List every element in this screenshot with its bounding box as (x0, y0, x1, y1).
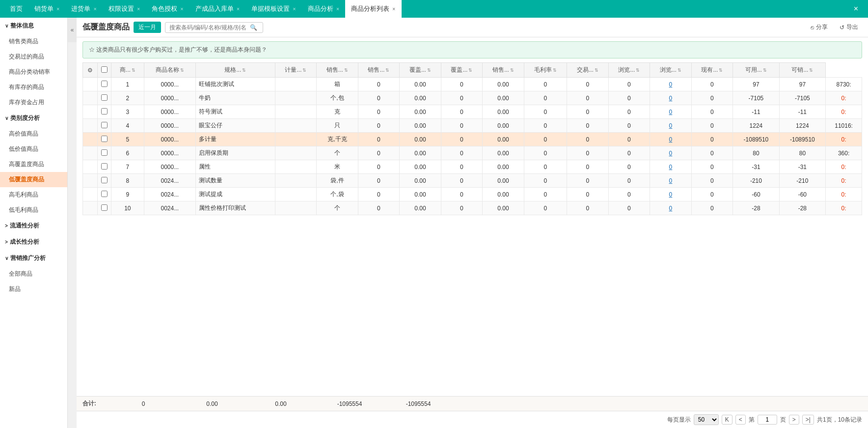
td-browse1[interactable]: 0 (650, 91, 692, 105)
browse-link[interactable]: 0 (669, 136, 673, 143)
row-checkbox[interactable] (101, 204, 108, 211)
td-browse1[interactable]: 0 (650, 160, 692, 174)
current-page-input[interactable] (758, 415, 777, 425)
sort-icon[interactable]: ⇅ (636, 68, 640, 73)
sidebar-item-high-coverage[interactable]: 高覆盖度商品 (0, 157, 67, 172)
close-icon[interactable]: × (93, 6, 96, 12)
td-browse1[interactable]: 0 (650, 119, 692, 133)
sort-icon[interactable]: ⇅ (344, 68, 348, 73)
td-checkbox[interactable] (98, 160, 111, 174)
td-browse1[interactable]: 0 (650, 105, 692, 119)
sidebar-section-overall[interactable]: ∨ 整体信息 (0, 18, 67, 34)
row-checkbox[interactable] (101, 136, 108, 142)
sidebar-item-all-goods[interactable]: 全部商品 (0, 266, 67, 282)
sort-icon[interactable]: ⇅ (302, 68, 306, 73)
row-checkbox[interactable] (101, 108, 108, 114)
td-browse1[interactable]: 0 (650, 188, 692, 201)
td-checkbox[interactable] (98, 201, 111, 215)
sort-icon[interactable]: ⇅ (427, 68, 431, 73)
sidebar-section-liquidity[interactable]: > 流通性分析 (0, 218, 67, 234)
sidebar-item-traded-goods[interactable]: 交易过的商品 (0, 49, 67, 64)
first-page-button[interactable]: K (722, 415, 732, 425)
browse-link[interactable]: 0 (669, 109, 673, 115)
time-filter-button[interactable]: 近一月 (134, 22, 161, 33)
close-icon[interactable]: × (392, 6, 395, 12)
sort-icon[interactable]: ⇅ (595, 68, 598, 73)
nav-item-sales[interactable]: 销货单 × (28, 0, 65, 18)
td-checkbox[interactable] (98, 133, 111, 146)
sidebar-collapse-button[interactable]: « (68, 18, 77, 42)
td-checkbox[interactable] (98, 146, 111, 160)
sidebar-item-stock-capital[interactable]: 库存资金占用 (0, 95, 67, 110)
export-button[interactable]: ↺ 导出 (836, 22, 862, 33)
td-checkbox[interactable] (98, 174, 111, 188)
search-icon[interactable]: 🔍 (250, 24, 257, 31)
window-close-button[interactable]: × (848, 4, 864, 13)
nav-item-home[interactable]: 首页 (4, 0, 28, 18)
browse-link[interactable]: 0 (669, 205, 673, 212)
th-gear[interactable]: ⚙ (83, 63, 98, 78)
td-browse1[interactable]: 0 (650, 201, 692, 215)
sidebar-item-low-value[interactable]: 低价值商品 (0, 142, 67, 157)
nav-item-template[interactable]: 单据模板设置 × (245, 0, 301, 18)
sort-icon[interactable]: ⇅ (809, 68, 813, 73)
nav-item-purchase[interactable]: 进货单 × (65, 0, 102, 18)
sort-icon[interactable]: ⇅ (553, 68, 557, 73)
sort-icon[interactable]: ⇅ (132, 68, 136, 73)
sort-icon[interactable]: ⇅ (763, 68, 767, 73)
nav-item-product-analysis[interactable]: 商品分析 × (302, 0, 345, 18)
td-browse1[interactable]: 0 (650, 78, 692, 91)
td-browse1[interactable]: 0 (650, 146, 692, 160)
td-checkbox[interactable] (98, 119, 111, 133)
th-checkbox[interactable] (98, 63, 111, 78)
sidebar-item-new-goods[interactable]: 新品 (0, 282, 67, 297)
browse-link[interactable]: 0 (669, 81, 673, 88)
td-checkbox[interactable] (98, 78, 111, 91)
browse-link[interactable]: 0 (669, 95, 673, 102)
td-browse1[interactable]: 0 (650, 174, 692, 188)
share-button[interactable]: ⎋ 分享 (807, 22, 832, 33)
prev-page-button[interactable]: < (735, 415, 746, 425)
browse-link[interactable]: 0 (669, 122, 673, 129)
sort-icon[interactable]: ⇅ (468, 68, 472, 73)
sort-icon[interactable]: ⇅ (385, 68, 389, 73)
sidebar-item-sales-goods[interactable]: 销售类商品 (0, 34, 67, 49)
td-browse1[interactable]: 0 (650, 133, 692, 146)
close-icon[interactable]: × (137, 6, 140, 12)
sidebar-item-in-stock-goods[interactable]: 有库存的商品 (0, 80, 67, 95)
sidebar-section-growth[interactable]: > 成长性分析 (0, 234, 67, 250)
sort-icon[interactable]: ⇅ (242, 68, 246, 73)
nav-item-permissions[interactable]: 权限设置 × (103, 0, 146, 18)
sort-icon[interactable]: ⇅ (678, 68, 681, 73)
select-all-checkbox[interactable] (101, 66, 108, 73)
sidebar-section-marketing[interactable]: ∨ 营销推广分析 (0, 250, 67, 266)
browse-link[interactable]: 0 (669, 150, 673, 157)
row-checkbox[interactable] (101, 94, 108, 101)
sort-icon[interactable]: ⇅ (180, 68, 184, 73)
per-page-select[interactable]: 50 100 200 (694, 414, 719, 425)
row-checkbox[interactable] (101, 163, 108, 170)
td-checkbox[interactable] (98, 188, 111, 201)
sidebar-item-high-margin[interactable]: 高毛利商品 (0, 187, 67, 202)
sidebar-item-category-turnover[interactable]: 商品分类动销率 (0, 64, 67, 80)
sidebar-item-low-margin[interactable]: 低毛利商品 (0, 202, 67, 218)
nav-item-roles[interactable]: 角色授权 × (146, 0, 189, 18)
row-checkbox[interactable] (101, 149, 108, 156)
browse-link[interactable]: 0 (669, 164, 673, 171)
close-icon[interactable]: × (237, 6, 240, 12)
row-checkbox[interactable] (101, 177, 108, 183)
sort-icon[interactable]: ⇅ (719, 68, 723, 73)
td-checkbox[interactable] (98, 91, 111, 105)
row-checkbox[interactable] (101, 81, 108, 87)
row-checkbox[interactable] (101, 122, 108, 128)
last-page-button[interactable]: >| (802, 415, 814, 425)
nav-item-product-analysis-list[interactable]: 商品分析列表 × (345, 0, 401, 18)
browse-link[interactable]: 0 (669, 177, 673, 184)
search-input[interactable] (169, 24, 248, 31)
close-icon[interactable]: × (180, 6, 183, 12)
td-checkbox[interactable] (98, 105, 111, 119)
close-icon[interactable]: × (336, 6, 339, 12)
next-page-button[interactable]: > (789, 415, 799, 425)
browse-link[interactable]: 0 (669, 191, 673, 198)
sort-icon[interactable]: ⇅ (510, 68, 514, 73)
